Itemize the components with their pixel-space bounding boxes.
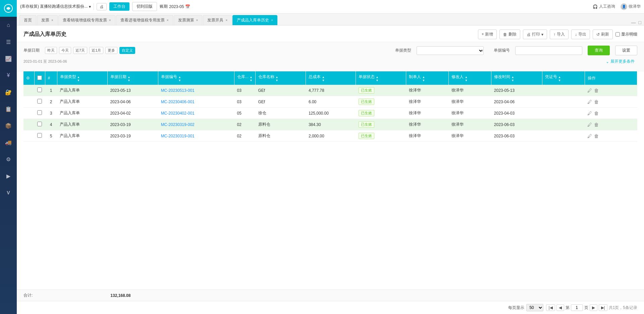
date-7days-btn[interactable]: 近7天 <box>73 47 87 54</box>
setting-button[interactable]: 设置 <box>615 46 637 55</box>
tab-invoice-calc[interactable]: 发票测算 × <box>174 15 203 25</box>
prev-page-btn[interactable]: ◀ <box>556 304 564 311</box>
sidebar-item-box[interactable]: 📦 <box>0 117 17 134</box>
row-checkbox-cell[interactable] <box>34 108 45 119</box>
tab-home[interactable]: 首页 <box>19 15 36 25</box>
switch-button[interactable]: 切到旧版 <box>132 2 157 11</box>
row-checkbox[interactable] <box>37 99 42 104</box>
sidebar-item-v[interactable]: V <box>0 184 17 201</box>
tab-invoice[interactable]: 发票 × <box>37 15 58 25</box>
last-page-btn[interactable]: ▶| <box>599 304 607 311</box>
row-doc-num[interactable]: MC-20230513-001 <box>158 85 234 96</box>
sidebar-item-play[interactable]: ▶ <box>0 168 17 184</box>
col-doc-status[interactable]: 单据状态▲▼ <box>356 71 406 85</box>
close-icon[interactable]: × <box>271 18 273 22</box>
row-checkbox[interactable] <box>37 122 42 126</box>
select-all-checkbox[interactable] <box>37 75 42 80</box>
row-doc-num[interactable]: MC-20230319-001 <box>158 130 234 142</box>
sidebar-item-home[interactable]: ⌂ <box>0 17 17 34</box>
doc-num-link[interactable]: MC-20230406-001 <box>161 100 195 104</box>
show-detail-checkbox[interactable] <box>615 32 620 37</box>
sidebar-item-document[interactable]: ☰ <box>0 34 17 50</box>
row-doc-num[interactable]: MC-20230319-002 <box>158 119 234 130</box>
row-checkbox-cell[interactable] <box>34 85 45 96</box>
doc-type-select[interactable] <box>417 46 484 55</box>
col-warehouse-code[interactable]: 仓库...▲▼ <box>234 71 256 85</box>
row-checkbox[interactable] <box>37 110 42 115</box>
workbench-button[interactable]: 工作台 <box>109 2 129 11</box>
expand-conditions-btn[interactable]: ⌄ 展开更多条件 <box>603 57 637 66</box>
minimize-tab-icon[interactable]: — <box>631 20 636 25</box>
close-icon[interactable]: × <box>196 18 198 22</box>
doc-num-input[interactable] <box>515 46 582 55</box>
ai-consult-btn[interactable]: 🎧 人工咨询 <box>593 4 615 9</box>
tab-sales-vat[interactable]: 查看销项增值税专用发票 × <box>58 15 115 25</box>
col-voucher-num[interactable]: 凭证号▲▼ <box>542 71 585 85</box>
first-page-btn[interactable]: |◀ <box>546 304 555 311</box>
export-button[interactable]: ↓ 导出 <box>571 29 590 39</box>
doc-num-link[interactable]: MC-20230402-001 <box>161 111 195 116</box>
delete-row-icon[interactable]: 🗑 <box>594 133 599 139</box>
new-button[interactable]: + 新增 <box>478 29 497 39</box>
row-doc-num[interactable]: MC-20230406-001 <box>158 96 234 108</box>
col-creator[interactable]: 制单人▲▼ <box>406 71 449 85</box>
col-total-cost[interactable]: 总成本▲▼ <box>306 71 356 85</box>
sidebar-item-settings2[interactable]: ⚙ <box>0 151 17 168</box>
row-checkbox[interactable] <box>37 133 42 138</box>
date-yesterday-btn[interactable]: 昨天 <box>45 47 57 54</box>
col-doc-type[interactable]: 单据类型▲▼ <box>57 71 107 85</box>
print-icon-btn[interactable]: 🖨 <box>97 3 107 10</box>
row-checkbox-cell[interactable] <box>34 96 45 108</box>
refresh-button[interactable]: ↺ 刷新 <box>593 29 613 39</box>
sidebar-item-truck[interactable]: 🚚 <box>0 134 17 151</box>
doc-num-link[interactable]: MC-20230319-002 <box>161 122 195 127</box>
close-icon[interactable]: × <box>225 18 227 22</box>
date-1month-btn[interactable]: 近1月 <box>89 47 103 54</box>
user-menu[interactable]: 👤 徐泽华 <box>621 3 641 10</box>
date-custom-btn[interactable]: 自定义 <box>119 47 135 54</box>
row-checkbox[interactable] <box>37 87 42 92</box>
row-doc-num[interactable]: MC-20230402-001 <box>158 108 234 119</box>
sidebar-item-money[interactable]: ¥ <box>0 67 17 84</box>
tab-product-in[interactable]: 产成品入库单历史 × <box>232 15 277 25</box>
row-checkbox-cell[interactable] <box>34 119 45 130</box>
delete-row-icon[interactable]: 🗑 <box>594 122 599 127</box>
tab-input-vat[interactable]: 查看进项增值税专用发票 × <box>116 15 173 25</box>
edit-icon[interactable]: 🖊 <box>587 99 592 105</box>
doc-num-link[interactable]: MC-20230513-001 <box>161 88 195 93</box>
edit-icon[interactable]: 🖊 <box>587 111 592 116</box>
sidebar-item-chart[interactable]: 📈 <box>0 50 17 67</box>
date-today-btn[interactable]: 今天 <box>59 47 71 54</box>
col-doc-date[interactable]: 单据日期▲▼ <box>107 71 158 85</box>
col-modifier[interactable]: 修改人▲▼ <box>449 71 491 85</box>
date-more-btn[interactable]: 更多 <box>105 47 117 54</box>
delete-row-icon[interactable]: 🗑 <box>594 99 599 105</box>
col-doc-num[interactable]: 单据编号▲▼ <box>158 71 234 85</box>
delete-row-icon[interactable]: 🗑 <box>594 111 599 116</box>
sidebar-item-list[interactable]: 📋 <box>0 101 17 117</box>
close-icon[interactable]: × <box>109 18 111 22</box>
query-button[interactable]: 查询 <box>588 46 610 55</box>
tab-invoice-open[interactable]: 发票开具 × <box>203 15 232 25</box>
maximize-tab-icon[interactable]: □ <box>639 20 641 25</box>
edit-icon[interactable]: 🖊 <box>587 133 592 139</box>
col-warehouse-name[interactable]: 仓库名称▲▼ <box>256 71 306 85</box>
col-modify-time[interactable]: 修改时间▲▼ <box>491 71 542 85</box>
sidebar-item-lock[interactable]: 🔐 <box>0 84 17 101</box>
next-page-btn[interactable]: ▶ <box>590 304 597 311</box>
edit-icon[interactable]: 🖊 <box>587 88 592 93</box>
delete-row-icon[interactable]: 🗑 <box>594 88 599 93</box>
show-detail-checkbox-container[interactable]: 显示明细 <box>615 32 637 37</box>
import-button[interactable]: ↑ 导入 <box>550 29 569 39</box>
company-selector[interactable]: (库存核算) 直播轻跑通信息技术股份... ▾ <box>20 4 91 9</box>
delete-button[interactable]: 🗑 删除 <box>499 29 520 39</box>
close-icon[interactable]: × <box>51 18 53 22</box>
per-page-select[interactable]: 20 50 100 <box>526 304 543 311</box>
edit-icon[interactable]: 🖊 <box>587 122 592 127</box>
print-button[interactable]: 🖨 打印 ▾ <box>523 29 547 39</box>
period-selector[interactable]: 账期 2023-05 📅 <box>160 4 190 9</box>
row-checkbox-cell[interactable] <box>34 130 45 142</box>
close-icon[interactable]: × <box>167 18 169 22</box>
doc-num-link[interactable]: MC-20230319-001 <box>161 134 195 138</box>
page-number-input[interactable] <box>571 304 583 311</box>
